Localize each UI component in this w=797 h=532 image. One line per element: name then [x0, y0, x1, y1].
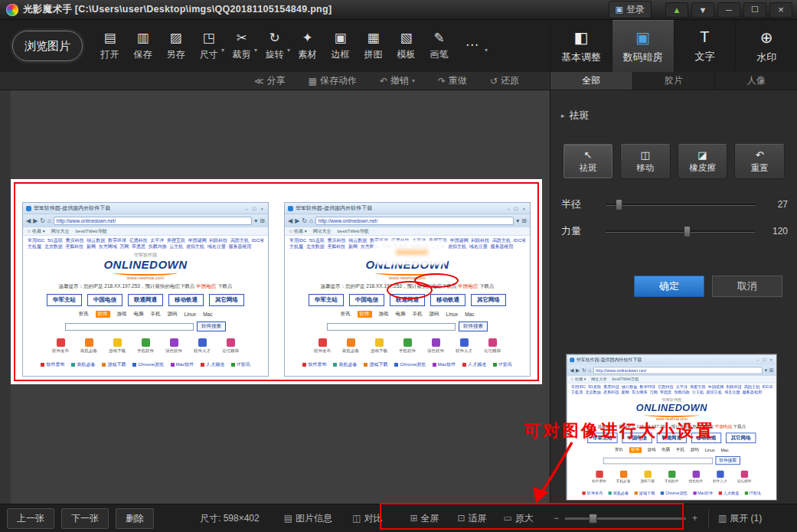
site-category: 游戏: [647, 447, 655, 453]
footer-bullet-icon: [333, 363, 337, 367]
site-icon: [460, 338, 469, 347]
dropdown-caret-icon[interactable]: ▾: [287, 47, 290, 54]
browser-tab-title: 华军软件园-提供国内外软件下载: [296, 204, 372, 212]
dropdown-caret-icon[interactable]: ▾: [254, 47, 257, 54]
browser-grid-icon: ⊞: [769, 367, 774, 374]
site-icon-item: 论坛精华: [737, 471, 752, 484]
zoom-slider[interactable]: [565, 517, 686, 520]
site-footer-link: 装机必备: [333, 361, 357, 368]
toolbar-button[interactable]: ✂ 裁剪 ▾: [225, 23, 258, 69]
site-category: Mac: [720, 448, 728, 452]
site-footer-links: 软件发布 装机必备 游戏下载 Chrome浏览: [571, 490, 773, 496]
toolbar-button[interactable]: ⋯ ▾: [456, 23, 488, 69]
action-button[interactable]: ↶ 撤销 ▾: [380, 74, 415, 87]
browser-menu-caret-icon: ▾: [765, 367, 767, 374]
toolbar-button[interactable]: ▧ 模板: [390, 23, 423, 69]
site-icon: [375, 338, 384, 347]
panel-tool-button[interactable]: ↖ 祛斑: [563, 144, 613, 179]
close-button[interactable]: ×: [769, 2, 792, 18]
mode-button[interactable]: ▣ 数码暗房: [612, 20, 674, 72]
action-button[interactable]: ≪ 分享: [254, 74, 286, 87]
toolbar-button[interactable]: ✦ 素材: [291, 23, 324, 69]
browse-images-button[interactable]: 浏览图片: [12, 31, 83, 61]
mode-buttons: ◧ 基本调整 ▣ 数码暗房 T 文字 ⊕ 水印: [550, 20, 797, 72]
minimize-button[interactable]: ─: [717, 2, 740, 18]
dropdown-caret-icon[interactable]: ▾: [485, 47, 488, 54]
site-category: Linux: [704, 448, 714, 452]
menu-button[interactable]: ▼: [691, 2, 714, 18]
toolbar-items: ▤ 打开 ▥ 保存 ▨ 另存 ◳ 尺寸 ▾ ✂: [93, 23, 488, 69]
panel-tool-button[interactable]: ↶ 重置: [734, 144, 785, 179]
section-header[interactable]: ▸ 祛斑: [561, 109, 590, 122]
site-category: 资讯: [79, 311, 89, 318]
browser-star-icon: ☆: [27, 229, 31, 233]
login-button[interactable]: ▣ 登录: [609, 1, 652, 18]
expand-button[interactable]: ▥ 展开 (1): [718, 512, 762, 525]
toolbar-button[interactable]: ▤ 打开: [93, 23, 126, 69]
upgrade-button[interactable]: ▲: [665, 2, 688, 18]
toolbar-button-icon: ✦: [302, 31, 312, 46]
toolbar-button[interactable]: ✎ 画笔: [423, 23, 456, 69]
panel-tab[interactable]: 胶片: [632, 72, 715, 90]
image-canvas[interactable]: 华军软件园-提供国内外软件下载 – ☐ × ◀ ▶ ↻ ⌂ http://www…: [0, 90, 550, 504]
mode-button[interactable]: ◧ 基本调整: [550, 20, 612, 72]
original-size-button[interactable]: ▭ 原大: [504, 512, 534, 525]
footer-bullet-icon: [462, 363, 466, 367]
site-nav-button: 移动铁通: [430, 294, 465, 306]
panel-tool-button[interactable]: ◪ 橡皮擦: [678, 144, 728, 179]
panel-tab[interactable]: 全部: [550, 72, 632, 90]
site-category: 手机: [676, 447, 684, 453]
slider-label: 半径: [561, 197, 606, 211]
toolbar-button[interactable]: ▨ 另存: [159, 23, 192, 69]
edited-image[interactable]: 华军软件园-提供国内外软件下载 – ☐ × ◀ ▶ ↻ ⌂ http://www…: [11, 179, 542, 384]
site-footer-link: 人才频道: [462, 361, 486, 368]
slider-track[interactable]: [606, 204, 755, 206]
slider-track[interactable]: [606, 230, 755, 233]
maximize-button[interactable]: ☐: [743, 2, 766, 18]
zoom-in-button[interactable]: +: [692, 513, 697, 524]
browser-home-icon: ⌂: [47, 217, 51, 224]
delete-button[interactable]: 删除: [116, 508, 154, 529]
mode-button[interactable]: ⊕ 水印: [735, 20, 797, 72]
fullscreen-button[interactable]: ⊞ 全屏: [410, 512, 439, 525]
panel-tab[interactable]: 人像: [714, 72, 797, 90]
panel-tool-button[interactable]: ◫ 移动: [620, 144, 671, 179]
toolbar-button[interactable]: ◳ 尺寸 ▾: [192, 23, 225, 69]
mode-button-label: 水印: [756, 51, 776, 64]
image-info-button[interactable]: ▤ 图片信息: [284, 512, 332, 525]
mode-button[interactable]: T 文字: [674, 20, 736, 72]
site-icon: [347, 338, 355, 347]
dropdown-caret-icon[interactable]: ▾: [221, 47, 224, 54]
dropdown-caret-icon[interactable]: ▾: [412, 77, 415, 84]
toolbar-button-label: 素材: [299, 48, 317, 61]
site-icon-item: 绿色软件: [689, 471, 704, 484]
slider-thumb[interactable]: [616, 199, 622, 211]
zoom-slider-thumb[interactable]: [589, 514, 597, 524]
browser-address-bar: http://www.onlinedown.net/: [315, 217, 514, 225]
action-button[interactable]: ↺ 还原: [490, 74, 519, 87]
site-nav-button: 华军主站: [309, 294, 344, 306]
site-nav-button: 其它网络: [471, 294, 506, 306]
fit-screen-button[interactable]: ⊡ 适屏: [457, 512, 486, 525]
site-icon: [644, 471, 651, 478]
toolbar-button[interactable]: ▥ 保存: [126, 23, 159, 69]
browser-window-buttons: – ☐ ×: [507, 206, 527, 211]
action-button[interactable]: ↷ 重做: [438, 74, 467, 87]
mode-button-label: 数码暗房: [623, 51, 663, 64]
ok-button[interactable]: 确定: [634, 276, 704, 297]
toolbar-button-label: 模板: [397, 48, 416, 61]
site-category: 软件: [96, 311, 110, 318]
compare-button[interactable]: ◫ 对比: [352, 512, 382, 525]
slider-thumb[interactable]: [684, 226, 691, 237]
previous-image-button[interactable]: 上一张: [7, 508, 54, 529]
toolbar-button[interactable]: ▣ 边框: [324, 23, 357, 69]
cancel-button[interactable]: 取消: [712, 276, 782, 297]
next-image-button[interactable]: 下一张: [61, 508, 109, 529]
browser-refresh-icon: ↻: [302, 217, 307, 224]
zoom-out-button[interactable]: −: [554, 513, 559, 524]
action-button[interactable]: ▦ 保存动作: [309, 74, 357, 87]
site-search-button: 软件搜索: [459, 321, 488, 331]
toolbar-button[interactable]: ▦ 拼图: [357, 23, 390, 69]
toolbar-button[interactable]: ↻ 旋转 ▾: [258, 23, 291, 69]
site-icon: [318, 338, 327, 347]
